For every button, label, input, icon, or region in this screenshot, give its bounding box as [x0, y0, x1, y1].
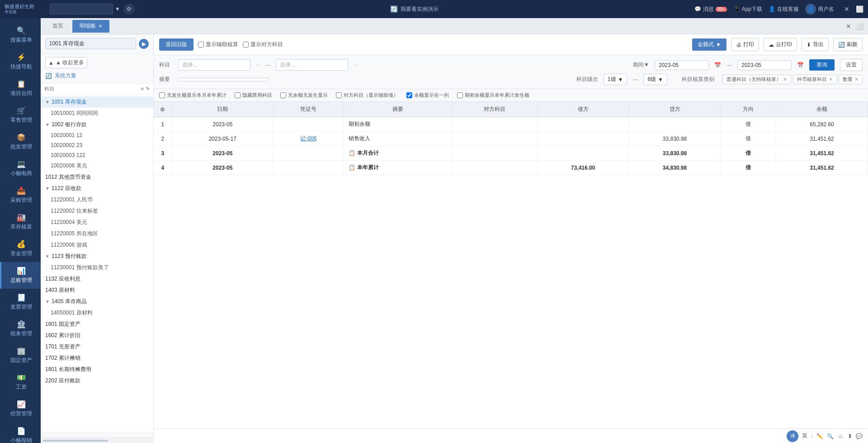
- online-service-item[interactable]: 👤 在线客服: [769, 5, 799, 13]
- edit-icon[interactable]: ✎: [146, 86, 150, 92]
- tree-item-1403[interactable]: 1403 原材料: [41, 285, 153, 296]
- level-end-select[interactable]: 6级 ▼: [643, 74, 667, 85]
- sidebar-item-tax[interactable]: 🏦 税务管理: [0, 315, 41, 342]
- sidebar-item-retail[interactable]: 🛒 零售管理: [0, 102, 41, 129]
- subject-filter-input-end[interactable]: 选择...: [276, 59, 348, 71]
- period-calendar-end-icon[interactable]: 📅: [797, 62, 804, 68]
- show-aux-checkbox[interactable]: [198, 42, 204, 48]
- sidebar-item-purchase[interactable]: 📥 采购管理: [0, 182, 41, 209]
- sidebar-item-operations[interactable]: 📈 经营管理: [0, 395, 41, 422]
- no-balance-checkbox[interactable]: [280, 92, 286, 98]
- tree-item-1132[interactable]: 1132 应收利息: [41, 273, 153, 285]
- period-calendar-start-icon[interactable]: 📅: [714, 62, 721, 68]
- list-view-icon[interactable]: ≡: [141, 86, 144, 92]
- tab-home[interactable]: 首页: [45, 20, 71, 33]
- ytd-checkbox[interactable]: [457, 92, 463, 98]
- tag-normal-close[interactable]: ✕: [783, 76, 787, 82]
- hide-disabled-checkbox[interactable]: [235, 92, 241, 98]
- tab-close-all-icon[interactable]: ✕: [846, 23, 851, 30]
- cell-voucher[interactable]: 记-006: [274, 132, 344, 146]
- tab-expand-icon[interactable]: ⬜: [856, 23, 863, 30]
- level-start-select[interactable]: 1级 ▼: [604, 74, 627, 85]
- tab-detail[interactable]: 明细账 ✕: [72, 20, 109, 33]
- sidebar-item-search-menu[interactable]: 🔍 搜索菜单: [0, 22, 41, 48]
- user-area[interactable]: 👤 用户名: [805, 4, 834, 14]
- demo-text[interactable]: 我要看实例演示: [401, 5, 439, 13]
- balance-one-col-checkbox[interactable]: [406, 92, 412, 98]
- tree-item-1702[interactable]: 1702 累计摊销: [41, 352, 153, 364]
- sidebar-item-quick-nav[interactable]: ⚡ 快捷导航: [0, 48, 41, 75]
- tree-item-11220005[interactable]: 11220005 所在地区: [41, 228, 153, 239]
- tree-item-11220002[interactable]: 11220002 往来标签: [41, 205, 153, 217]
- show-opposite-checkbox[interactable]: [243, 42, 249, 48]
- period-start-input[interactable]: 2023-05: [655, 60, 709, 70]
- tree-item-10020001[interactable]: 10020001 12: [41, 130, 153, 140]
- sidebar-item-sales-report[interactable]: 📄 小畅报销: [0, 422, 41, 443]
- tree-item-2202[interactable]: 2202 应付账款: [41, 375, 153, 386]
- tree-item-1002[interactable]: ▼ 1002 银行存款: [41, 119, 153, 130]
- status-cloud-icon[interactable]: ☁️: [837, 433, 844, 439]
- account-nav-btn[interactable]: ▶: [139, 39, 149, 49]
- top-search-input[interactable]: [50, 4, 113, 14]
- status-edit-icon[interactable]: ✏️: [816, 433, 823, 439]
- tree-item-1601[interactable]: 1601 固定资产: [41, 319, 153, 330]
- sidebar-item-project[interactable]: 📋 项目合同: [0, 75, 41, 102]
- translate-btn[interactable]: 译: [787, 430, 798, 442]
- tab-detail-close[interactable]: ✕: [99, 24, 102, 29]
- maximize-icon[interactable]: ⬜: [856, 5, 863, 13]
- tree-item-1122[interactable]: ▼ 1122 应收款: [41, 183, 153, 194]
- sidebar-item-payroll[interactable]: 💵 工资: [0, 369, 41, 395]
- search-dropdown-icon[interactable]: ▼: [115, 6, 120, 12]
- tree-item-10020003[interactable]: 10020003 122: [41, 150, 153, 160]
- tree-item-1123[interactable]: ▼ 1123 预付账款: [41, 251, 153, 262]
- tree-item-1405[interactable]: ▼ 1405 库存商品: [41, 296, 153, 307]
- settings-icon[interactable]: ⚙: [124, 4, 135, 14]
- sidebar-item-finance[interactable]: 💰 资金管理: [0, 235, 41, 262]
- tag-quantity-close[interactable]: ✕: [854, 76, 859, 82]
- opposite-checkbox[interactable]: [336, 92, 342, 98]
- status-upload-icon[interactable]: ⬆: [848, 433, 852, 439]
- tree-item-11220006[interactable]: 11220006 游戏: [41, 239, 153, 251]
- cloud-print-btn[interactable]: ☁ 云打印: [764, 38, 797, 51]
- col-settings[interactable]: ⚙: [154, 102, 172, 117]
- status-chat-icon[interactable]: 💬: [856, 433, 863, 439]
- period-end-input[interactable]: 2023-05: [737, 60, 792, 70]
- tree-item-10020002[interactable]: 10020002 23: [41, 140, 153, 150]
- export-btn[interactable]: ⬇ 导出: [802, 38, 829, 51]
- close-icon[interactable]: ✕: [844, 5, 849, 13]
- sidebar-item-ecommerce[interactable]: 💻 小畅电商: [0, 155, 41, 182]
- no-occur-checkbox[interactable]: [159, 92, 165, 98]
- summary-filter-input[interactable]: [178, 78, 269, 81]
- subject-filter-input[interactable]: 选择...: [178, 59, 250, 71]
- tree-item-1801[interactable]: 1801 长期待摊费用: [41, 364, 153, 375]
- system-plan[interactable]: 🔄 系统方案: [45, 72, 149, 80]
- tree-item-11220004[interactable]: 11220004 美元: [41, 217, 153, 228]
- tree-item-10010001[interactable]: 10010001 同同同同: [41, 108, 153, 119]
- tree-item-1001[interactable]: ▼ 1001 库存现金: [41, 96, 153, 108]
- sidebar-item-inventory[interactable]: 🏭 库存核算: [0, 209, 41, 235]
- sidebar-item-invoice[interactable]: 🧾 发票管理: [0, 289, 41, 315]
- lang-switch-btn[interactable]: 英: [802, 432, 807, 440]
- account-selector[interactable]: 1001 库存现金: [45, 38, 136, 49]
- amount-format-btn[interactable]: 金额式 ▼: [692, 38, 726, 51]
- sidebar-item-wholesale[interactable]: 📦 批发管理: [0, 129, 41, 155]
- return-old-btn[interactable]: 退回旧版: [159, 38, 193, 51]
- status-search-icon[interactable]: 🔍: [827, 433, 834, 439]
- filter-settings-btn[interactable]: 设置: [840, 59, 863, 71]
- tree-item-1012[interactable]: 1012 其他货币资金: [41, 171, 153, 183]
- sidebar-item-ledger[interactable]: 📊 总账管理: [0, 262, 41, 289]
- tag-foreign-close[interactable]: ✕: [829, 76, 833, 82]
- period-filter-label[interactable]: 期间▼: [633, 61, 649, 69]
- tree-item-1602[interactable]: 1602 累计折旧: [41, 330, 153, 341]
- query-btn[interactable]: 查询: [809, 59, 835, 71]
- refresh-btn[interactable]: 🔄 刷新: [833, 38, 863, 51]
- tree-item-14050001[interactable]: 14050001 原材料: [41, 307, 153, 319]
- tree-item-10020006[interactable]: 10020006 美元: [41, 160, 153, 171]
- print-btn[interactable]: 🖨 打印: [731, 38, 759, 51]
- collapse-btn[interactable]: ▲ ▲ 收起更多: [45, 57, 87, 68]
- sidebar-item-assets[interactable]: 🏢 固定资产: [0, 342, 41, 369]
- app-download-item[interactable]: 📱 App下载: [733, 5, 762, 13]
- tree-scrollbar[interactable]: [41, 438, 153, 443]
- message-item[interactable]: 💬 消息 99+: [694, 5, 727, 13]
- tree-item-1701[interactable]: 1701 无形资产: [41, 341, 153, 352]
